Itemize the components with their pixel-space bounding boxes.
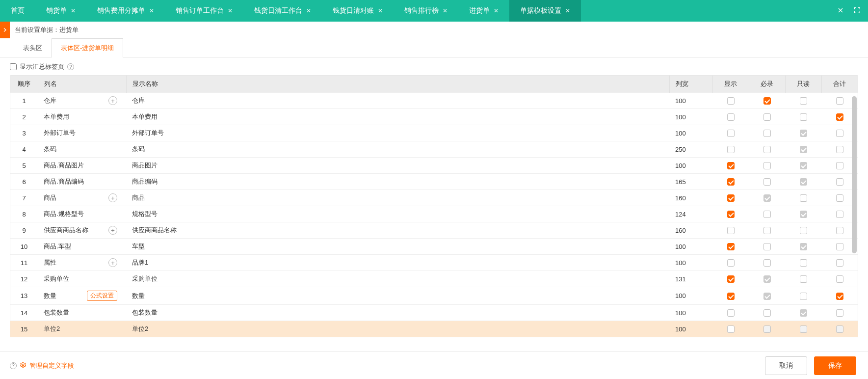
tab-3[interactable]: 钱货日清工作台✕ [243, 0, 322, 22]
cell-width[interactable]: 100 [669, 109, 712, 125]
cell-width[interactable]: 124 [669, 206, 712, 222]
checkbox-show[interactable] [727, 259, 735, 267]
cell-width[interactable]: 100 [669, 321, 712, 337]
cell-dispname[interactable]: 供应商商品名称 [126, 222, 669, 239]
cell-width[interactable]: 100 [669, 239, 712, 255]
checkbox-required[interactable] [763, 227, 771, 234]
cell-dispname[interactable]: 单位2 [126, 321, 669, 337]
checkbox-required[interactable] [763, 130, 771, 137]
cell-width[interactable]: 100 [669, 305, 712, 321]
tab-4[interactable]: 钱货日清对账✕ [322, 0, 394, 22]
table-row[interactable]: 11属性+品牌1100 [10, 255, 858, 271]
table-row[interactable]: 1仓库+仓库100 [10, 93, 858, 109]
checkbox-total[interactable] [836, 97, 843, 105]
sub-tab-body-area[interactable]: 表体区-进货单明细 [52, 38, 123, 57]
checkbox-show[interactable] [727, 146, 735, 153]
checkbox-readonly[interactable] [800, 293, 807, 300]
cancel-button[interactable]: 取消 [765, 356, 807, 375]
cell-dispname[interactable]: 车型 [126, 239, 669, 255]
checkbox-show[interactable] [727, 130, 735, 137]
table-row[interactable]: 7商品+商品160 [10, 190, 858, 206]
close-all-icon[interactable] [837, 6, 844, 16]
tab-close-icon[interactable]: ✕ [494, 7, 499, 14]
table-row[interactable]: 8商品.规格型号规格型号124 [10, 206, 858, 222]
expand-icon[interactable]: + [108, 193, 117, 202]
checkbox-total[interactable] [836, 227, 843, 234]
cell-width[interactable]: 100 [669, 125, 712, 141]
table-row[interactable]: 9供应商商品名称+供应商商品名称160 [10, 222, 858, 239]
tab-close-icon[interactable]: ✕ [306, 7, 311, 14]
checkbox-readonly[interactable] [800, 275, 807, 283]
checkbox-readonly[interactable] [800, 259, 807, 267]
vertical-scrollbar[interactable] [852, 95, 857, 337]
checkbox-show[interactable] [727, 211, 735, 218]
checkbox-show[interactable] [727, 293, 735, 300]
checkbox-total[interactable] [836, 259, 843, 267]
table-row[interactable]: 6商品.商品编码商品编码165 [10, 174, 858, 190]
cell-width[interactable]: 160 [669, 190, 712, 206]
cell-width[interactable]: 165 [669, 174, 712, 190]
tab-close-icon[interactable]: ✕ [443, 7, 447, 14]
checkbox-required[interactable] [763, 97, 771, 105]
checkbox-required[interactable] [763, 309, 771, 317]
cell-dispname[interactable]: 商品 [126, 190, 669, 206]
checkbox-total[interactable] [836, 275, 843, 283]
checkbox-required[interactable] [763, 178, 771, 186]
cell-dispname[interactable]: 规格型号 [126, 206, 669, 222]
table-row[interactable]: 2本单费用本单费用100 [10, 109, 858, 125]
checkbox-total[interactable] [836, 146, 843, 153]
checkbox-total[interactable] [836, 243, 843, 250]
tab-close-icon[interactable]: ✕ [149, 7, 154, 14]
checkbox-total[interactable] [836, 194, 843, 202]
table-row[interactable]: 12采购单位采购单位131 [10, 271, 858, 287]
cell-width[interactable]: 160 [669, 222, 712, 239]
checkbox-readonly[interactable] [800, 227, 807, 234]
table-row[interactable]: 14包装数量包装数量100 [10, 305, 858, 321]
tab-7[interactable]: 单据模板设置✕ [509, 0, 581, 22]
checkbox-show[interactable] [727, 325, 735, 333]
cell-dispname[interactable]: 品牌1 [126, 255, 669, 271]
checkbox-readonly[interactable] [800, 113, 807, 121]
custom-fields-help-icon[interactable]: ? [10, 362, 17, 369]
cell-width[interactable]: 131 [669, 271, 712, 287]
checkbox-total[interactable] [836, 178, 843, 186]
tab-5[interactable]: 销售排行榜✕ [394, 0, 458, 22]
cell-dispname[interactable]: 采购单位 [126, 271, 669, 287]
checkbox-required[interactable] [763, 113, 771, 121]
tab-1[interactable]: 销售费用分摊单✕ [86, 0, 165, 22]
tab-close-icon[interactable]: ✕ [228, 7, 233, 14]
show-summary-help-icon[interactable]: ? [67, 63, 74, 70]
checkbox-show[interactable] [727, 227, 735, 234]
checkbox-show[interactable] [727, 194, 735, 202]
checkbox-total[interactable] [836, 113, 843, 121]
show-summary-checkbox[interactable] [10, 63, 17, 70]
checkbox-total[interactable] [836, 309, 843, 317]
cell-width[interactable]: 100 [669, 255, 712, 271]
cell-width[interactable]: 100 [669, 287, 712, 305]
checkbox-total[interactable] [836, 211, 843, 218]
cell-dispname[interactable]: 仓库 [126, 93, 669, 109]
table-row[interactable]: 5商品.商品图片商品图片100 [10, 158, 858, 174]
checkbox-total[interactable] [836, 293, 843, 300]
tab-home[interactable]: 首页 [0, 0, 35, 22]
table-row[interactable]: 13数量公式设置数量100 [10, 287, 858, 305]
fullscreen-icon[interactable] [853, 6, 861, 16]
checkbox-readonly[interactable] [800, 97, 807, 105]
checkbox-required[interactable] [763, 259, 771, 267]
expand-icon[interactable]: + [108, 258, 117, 267]
checkbox-show[interactable] [727, 309, 735, 317]
save-button[interactable]: 保存 [814, 356, 856, 375]
table-row[interactable]: 15单位2单位2100 [10, 321, 858, 337]
manage-custom-fields-link[interactable]: ? 管理自定义字段 [10, 361, 74, 370]
checkbox-show[interactable] [727, 97, 735, 105]
tab-close-icon[interactable]: ✕ [565, 7, 570, 14]
formula-settings-button[interactable]: 公式设置 [87, 291, 117, 301]
checkbox-required[interactable] [763, 146, 771, 153]
expand-icon[interactable]: + [108, 96, 117, 105]
cell-dispname[interactable]: 本单费用 [126, 109, 669, 125]
tab-2[interactable]: 销售订单工作台✕ [165, 0, 243, 22]
sub-tab-header-area[interactable]: 表头区 [14, 38, 52, 57]
cell-dispname[interactable]: 包装数量 [126, 305, 669, 321]
checkbox-required[interactable] [763, 243, 771, 250]
checkbox-total[interactable] [836, 162, 843, 169]
